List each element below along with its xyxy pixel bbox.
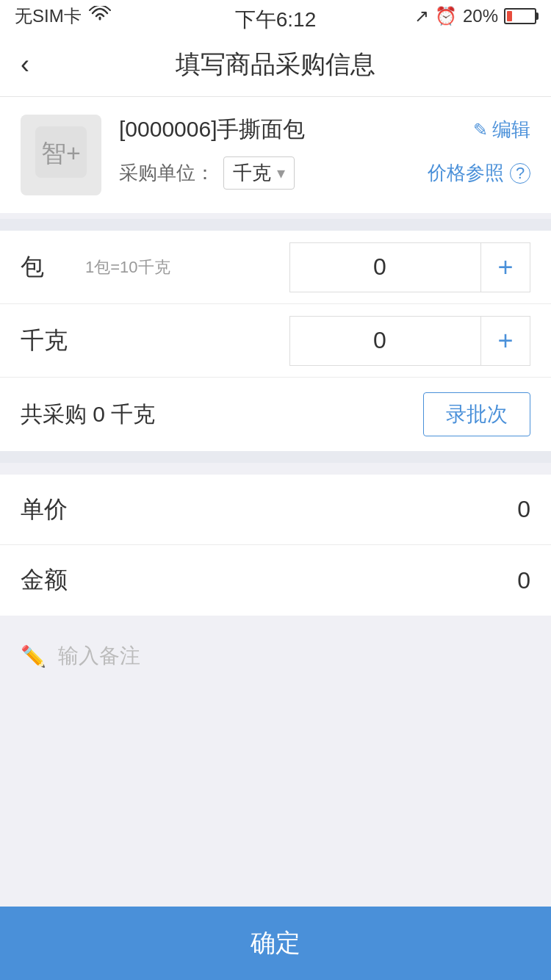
nav-bar: ‹ 填写商品采购信息 bbox=[0, 32, 551, 97]
alarm-icon: ⏰ bbox=[435, 6, 457, 26]
input-section: 包 1包=10千克 + 千克 + 共采购 0 千克 录批次 bbox=[0, 231, 551, 451]
amount-label: 金额 bbox=[21, 564, 68, 597]
unit-price-value: 0 bbox=[517, 496, 530, 523]
product-logo: 智+ bbox=[35, 126, 87, 184]
status-bar: 无SIM卡 下午6:12 ↗ ⏰ 20% bbox=[0, 0, 551, 32]
price-ref-button[interactable]: 价格参照 ? bbox=[428, 160, 530, 186]
confirm-label: 确定 bbox=[251, 926, 300, 960]
unit-selector-group: 采购单位： 千克 ▾ bbox=[119, 156, 295, 190]
product-header: [0000006]手撕面包 ✎ 编辑 bbox=[119, 115, 530, 145]
edit-icon: ✎ bbox=[473, 120, 488, 140]
product-unit-row: 采购单位： 千克 ▾ 价格参照 ? bbox=[119, 156, 530, 190]
unit-label: 采购单位： bbox=[119, 160, 215, 186]
separator-2 bbox=[0, 451, 551, 463]
kg-input-row: 千克 + bbox=[0, 304, 551, 378]
notes-inner: ✏️ 输入备注 bbox=[21, 642, 530, 670]
product-name: [0000006]手撕面包 bbox=[119, 115, 305, 145]
nav-title: 填写商品采购信息 bbox=[176, 48, 375, 82]
bao-input-right: + bbox=[289, 242, 530, 292]
unit-select-dropdown[interactable]: 千克 ▾ bbox=[223, 156, 295, 190]
price-ref-label: 价格参照 bbox=[428, 160, 504, 186]
status-right: ↗ ⏰ 20% bbox=[414, 6, 536, 26]
bottom-space bbox=[0, 691, 551, 911]
unit-price-row: 单价 0 bbox=[0, 475, 551, 545]
price-section: 单价 0 金额 0 bbox=[0, 475, 551, 616]
edit-button[interactable]: ✎ 编辑 bbox=[473, 117, 530, 143]
bao-quantity-input[interactable] bbox=[289, 242, 480, 292]
status-time: 下午6:12 bbox=[235, 6, 317, 34]
total-row: 共采购 0 千克 录批次 bbox=[0, 378, 551, 451]
kg-label: 千克 bbox=[21, 325, 79, 357]
wifi-icon bbox=[89, 6, 111, 26]
kg-quantity-input[interactable] bbox=[289, 316, 480, 366]
unit-price-label: 单价 bbox=[21, 494, 68, 526]
product-card: 智+ [0000006]手撕面包 ✎ 编辑 采购单位： 千克 ▾ 价格参照 bbox=[0, 97, 551, 219]
back-button[interactable]: ‹ bbox=[21, 49, 29, 80]
product-info: [0000006]手撕面包 ✎ 编辑 采购单位： 千克 ▾ 价格参照 ? bbox=[119, 115, 530, 190]
battery-pct: 20% bbox=[463, 6, 498, 26]
edit-label: 编辑 bbox=[492, 117, 530, 143]
help-icon: ? bbox=[510, 163, 530, 184]
back-icon: ‹ bbox=[21, 49, 29, 79]
svg-text:智+: 智+ bbox=[41, 139, 81, 167]
pencil-icon: ✏️ bbox=[21, 644, 46, 669]
bao-label: 包 bbox=[21, 251, 79, 284]
bao-input-row: 包 1包=10千克 + bbox=[0, 231, 551, 304]
kg-plus-button[interactable]: + bbox=[480, 316, 530, 366]
battery-fill bbox=[507, 11, 512, 21]
status-left: 无SIM卡 bbox=[15, 4, 111, 28]
plus-icon: + bbox=[497, 252, 513, 283]
amount-row: 金额 0 bbox=[0, 545, 551, 616]
total-text: 共采购 0 千克 bbox=[21, 400, 155, 430]
bao-sublabel: 1包=10千克 bbox=[85, 256, 289, 278]
carrier-text: 无SIM卡 bbox=[15, 4, 82, 28]
separator-1 bbox=[0, 219, 551, 231]
kg-plus-icon: + bbox=[497, 325, 513, 356]
amount-value: 0 bbox=[517, 567, 530, 594]
batch-label: 录批次 bbox=[446, 403, 508, 425]
unit-select-value: 千克 bbox=[233, 160, 271, 186]
battery-icon bbox=[504, 8, 536, 24]
kg-input-right: + bbox=[289, 316, 530, 366]
bao-plus-button[interactable]: + bbox=[480, 242, 530, 292]
batch-button[interactable]: 录批次 bbox=[423, 392, 530, 436]
product-image: 智+ bbox=[21, 115, 101, 195]
confirm-button[interactable]: 确定 bbox=[0, 907, 551, 980]
help-text: ? bbox=[516, 164, 525, 183]
location-icon: ↗ bbox=[414, 6, 429, 26]
chevron-down-icon: ▾ bbox=[277, 164, 285, 183]
notes-section[interactable]: ✏️ 输入备注 bbox=[0, 621, 551, 691]
notes-placeholder: 输入备注 bbox=[58, 642, 140, 670]
